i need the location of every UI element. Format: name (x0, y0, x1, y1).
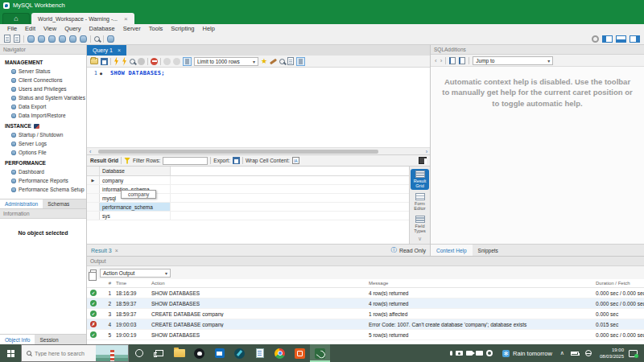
grid-cell[interactable]: performance_schema (100, 203, 171, 211)
column-header-database[interactable]: Database (100, 167, 171, 175)
tab-object-info[interactable]: Object Info (0, 335, 35, 344)
output-view-dropdown[interactable]: Action Output ▾ (100, 269, 171, 278)
tab-snippets[interactable]: Snippets (473, 245, 504, 256)
grid-row-company[interactable]: ▶ company (87, 176, 409, 185)
execute-icon[interactable] (114, 57, 119, 66)
toggle-sidebar-icon[interactable] (419, 157, 427, 164)
nav-item-data-export[interactable]: Data Export (5, 102, 86, 111)
network-icon[interactable] (585, 350, 592, 356)
toggle-right-panel-icon[interactable] (630, 35, 640, 43)
tab-administration[interactable]: Administration (0, 200, 43, 208)
grid-row-performance-schema[interactable]: performance_schema (87, 203, 409, 212)
limit-rows-dropdown[interactable]: Limit to 1000 rows ▾ (194, 57, 258, 66)
query-tab[interactable]: Query 1 × (87, 45, 126, 56)
nav-item-client-connections[interactable]: Client Connections (5, 76, 86, 84)
task-view-button[interactable] (149, 344, 169, 362)
open-script-icon[interactable] (14, 35, 20, 43)
output-row-4[interactable]: ✗ 4 19:00:03 CREATE DATABASE company Err… (87, 319, 644, 330)
screen-record-icon[interactable] (466, 351, 473, 356)
wrap-cell-content-icon[interactable]: IA (292, 157, 299, 164)
find-icon[interactable] (279, 59, 285, 64)
close-icon[interactable]: × (124, 15, 128, 23)
output-row-5[interactable]: ✓ 5 19:00:19 SHOW DATABASES 5 row(s) ret… (87, 330, 644, 340)
output-row-3[interactable]: ✓ 3 18:59:37 CREATE DATABASE company 1 r… (87, 309, 644, 319)
grid-row-sys[interactable]: sys (87, 212, 409, 220)
close-icon[interactable]: × (115, 248, 118, 253)
search-highlight-image[interactable] (96, 345, 128, 362)
nav-item-server-status[interactable]: Server Status (5, 67, 86, 76)
stop-icon[interactable] (138, 58, 145, 65)
microphone-icon[interactable] (450, 351, 452, 356)
screenshot-icon[interactable] (456, 351, 463, 356)
form-editor-button[interactable]: Form Editor (411, 191, 429, 212)
invisible-chars-icon[interactable] (287, 57, 294, 65)
chevron-down-icon[interactable]: ∨ (410, 236, 430, 244)
menu-help[interactable]: Help (199, 25, 219, 32)
nav-item-users-privileges[interactable]: Users and Privileges (5, 84, 86, 93)
toggle-bottom-panel-icon[interactable] (616, 35, 626, 43)
wrap-text-icon[interactable] (296, 57, 305, 66)
export-icon[interactable] (233, 157, 240, 164)
cortana-button[interactable] (129, 344, 149, 362)
grid-cell[interactable]: company (100, 176, 171, 184)
scroll-left-icon[interactable]: ‹ (87, 149, 93, 154)
stop-on-error-icon[interactable] (151, 58, 158, 65)
battery-icon[interactable] (571, 352, 579, 356)
result-tab[interactable]: Result 3× (91, 248, 118, 253)
forward-icon[interactable]: › (440, 57, 443, 64)
nav-item-data-import[interactable]: Data Import/Restore (5, 111, 86, 120)
editor-horizontal-scrollbar[interactable]: ‹ › (87, 147, 430, 154)
create-procedure-icon[interactable] (69, 35, 76, 43)
chrome-button[interactable] (270, 344, 290, 362)
menu-query[interactable]: Query (60, 25, 85, 32)
jump-to-dropdown[interactable]: Jump to ▾ (473, 56, 553, 65)
execute-current-icon[interactable] (122, 57, 127, 66)
info-icon[interactable]: ⓘ (390, 246, 397, 254)
taskbar-search[interactable] (21, 344, 129, 362)
nav-item-status-variables[interactable]: Status and System Variables (5, 93, 86, 102)
save-script-icon[interactable] (101, 58, 108, 65)
create-view-icon[interactable] (59, 35, 66, 43)
menu-edit[interactable]: Edit (21, 25, 39, 32)
mysql-workbench-button[interactable] (310, 344, 330, 362)
sql-code-editor[interactable]: 1 ● SHOW DATABASES; (87, 68, 430, 147)
microsoft-store-button[interactable] (209, 344, 229, 362)
start-button[interactable] (0, 344, 21, 362)
search-data-icon[interactable] (94, 36, 100, 42)
tab-session[interactable]: Session (35, 335, 63, 344)
scroll-right-icon[interactable]: › (423, 149, 430, 154)
commit-icon[interactable] (163, 58, 171, 65)
open-file-icon[interactable] (90, 58, 98, 64)
show-hidden-icons-button[interactable]: ∧ (557, 350, 568, 356)
filter-rows-input[interactable] (163, 157, 208, 165)
explain-icon[interactable] (130, 59, 135, 64)
result-grid-view-button[interactable]: Result Grid (411, 169, 429, 190)
tab-context-help[interactable]: Context Help (431, 245, 473, 256)
notes-app-button[interactable] (250, 344, 270, 362)
nav-item-dashboard[interactable]: Dashboard (5, 167, 86, 176)
menu-view[interactable]: View (39, 25, 60, 32)
recordings-folder-icon[interactable] (476, 351, 483, 356)
nav-item-options-file[interactable]: Options File (5, 148, 86, 157)
auto-help-toggle-icon[interactable] (459, 57, 465, 64)
weather-widget[interactable]: ✻ Rain tomorrow (497, 350, 557, 357)
reconnect-icon[interactable] (107, 35, 114, 43)
recorder-settings-icon[interactable] (486, 350, 493, 356)
menu-scripting[interactable]: Scripting (167, 25, 198, 32)
file-explorer-button[interactable] (169, 344, 189, 362)
nav-item-performance-schema-setup[interactable]: Performance Schema Setup (5, 185, 86, 194)
inspector-icon[interactable] (27, 35, 35, 43)
create-schema-icon[interactable] (38, 35, 45, 43)
tab-schemas[interactable]: Schemas (43, 200, 74, 208)
search-input[interactable] (35, 351, 88, 356)
menu-file[interactable]: File (3, 25, 21, 32)
output-row-2[interactable]: ✓ 2 18:59:37 SHOW DATABASES 4 row(s) ret… (87, 298, 644, 309)
create-table-icon[interactable] (48, 35, 56, 43)
toggle-left-panel-icon[interactable] (602, 35, 613, 43)
grid-cell[interactable]: sys (100, 212, 171, 220)
github-button[interactable] (189, 344, 209, 362)
home-tab[interactable]: ⌂ (2, 13, 30, 24)
save-snippet-icon[interactable]: ★ (261, 58, 267, 65)
menu-database[interactable]: Database (85, 25, 119, 32)
copy-output-icon[interactable] (90, 269, 97, 277)
